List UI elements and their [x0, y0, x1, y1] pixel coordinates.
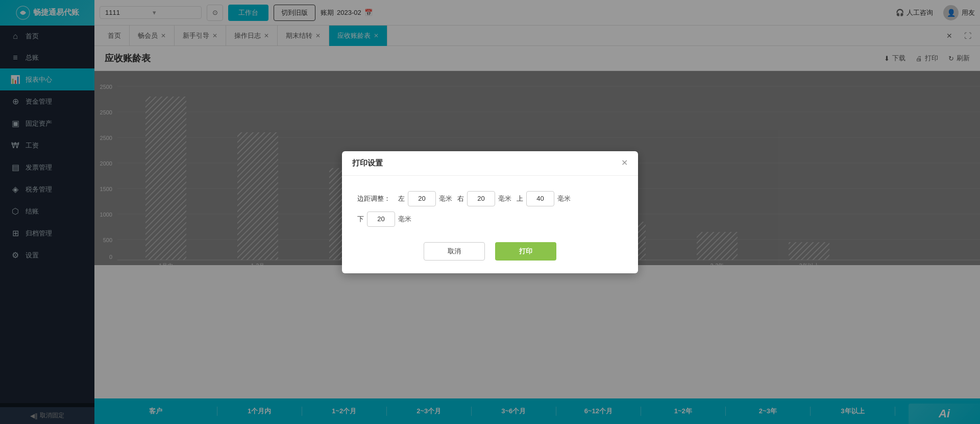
- bottom-label: 下: [357, 215, 364, 224]
- print-confirm-button[interactable]: 打印: [495, 242, 556, 261]
- right-margin-group: 右 毫米: [457, 191, 511, 206]
- modal-body: 边距调整： 左 毫米 右 毫米 上 毫米 下: [342, 176, 638, 237]
- left-margin-input[interactable]: [408, 191, 436, 206]
- modal-overlay: 打印设置 ✕ 边距调整： 左 毫米 右 毫米 上 毫米: [0, 0, 980, 424]
- print-settings-modal: 打印设置 ✕ 边距调整： 左 毫米 右 毫米 上 毫米: [342, 151, 638, 273]
- top-margin-group: 上 毫米: [517, 191, 571, 206]
- modal-footer: 取消 打印: [342, 237, 638, 273]
- right-label: 右: [457, 194, 464, 203]
- top-margin-input[interactable]: [526, 191, 554, 206]
- margin-label: 边距调整：: [357, 194, 390, 203]
- modal-title: 打印设置: [352, 158, 383, 168]
- margin-row: 边距调整： 左 毫米 右 毫米 上 毫米 下: [357, 191, 623, 227]
- modal-header: 打印设置 ✕: [342, 151, 638, 176]
- cancel-button[interactable]: 取消: [424, 242, 485, 261]
- left-margin-group: 左 毫米: [398, 191, 452, 206]
- left-label: 左: [398, 194, 405, 203]
- top-label: 上: [517, 194, 523, 203]
- bottom-margin-group: 下 毫米: [357, 211, 411, 227]
- modal-close-button[interactable]: ✕: [621, 159, 628, 167]
- bottom-margin-input[interactable]: [367, 211, 395, 227]
- bottom-unit: 毫米: [398, 215, 411, 224]
- right-unit: 毫米: [498, 194, 511, 203]
- right-margin-input[interactable]: [467, 191, 495, 206]
- left-unit: 毫米: [439, 194, 452, 203]
- top-unit: 毫米: [557, 194, 571, 203]
